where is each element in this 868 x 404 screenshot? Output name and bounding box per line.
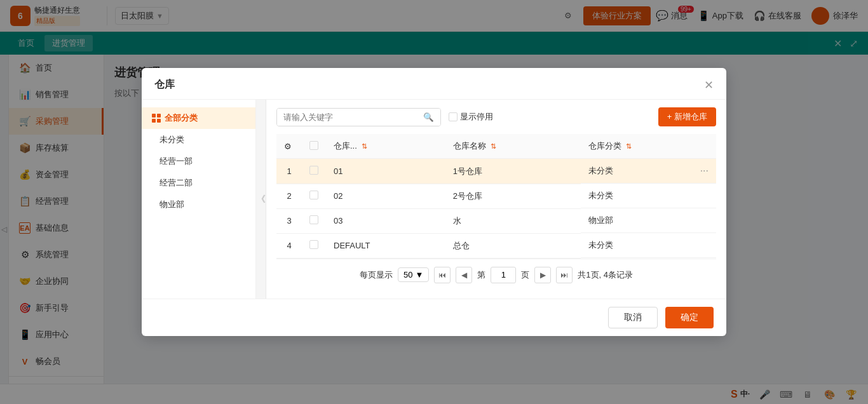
dialog-header: 仓库 ✕ — [142, 68, 726, 100]
search-box: 🔍 — [276, 108, 441, 126]
dialog-title: 仓库 — [154, 78, 175, 91]
page-last-btn[interactable]: ⏭ — [556, 267, 573, 283]
th-gear[interactable]: ⚙ — [276, 134, 302, 159]
warehouse-table-wrapper: ⚙ 仓库... ⇅ 仓库名称 ⇅ — [276, 134, 716, 259]
category-panel: 全部分类 未分类 经营一部 经营二部 物业部 — [142, 100, 256, 299]
per-page-select[interactable]: 50 ▼ — [398, 267, 429, 282]
page-prev-btn[interactable]: ◀ — [456, 267, 472, 283]
category-item-property[interactable]: 物业部 — [142, 194, 255, 215]
category-all[interactable]: 全部分类 — [142, 107, 255, 129]
page-first-btn[interactable]: ⏮ — [434, 267, 451, 283]
warehouse-dialog: 仓库 ✕ 全部分类 未分类 — [142, 68, 726, 336]
th-check[interactable] — [302, 134, 326, 159]
page-next-btn[interactable]: ▶ — [534, 267, 551, 283]
page-word: 第 — [477, 269, 485, 281]
modal-overlay: 仓库 ✕ 全部分类 未分类 — [0, 0, 868, 404]
sort-code-icon: ⇅ — [362, 142, 367, 150]
cell-code: 01 — [326, 159, 445, 184]
cell-name: 1号仓库 — [445, 159, 581, 184]
search-input[interactable] — [277, 109, 417, 126]
row-checkbox[interactable] — [309, 240, 318, 249]
show-disabled-toggle[interactable]: 显示停用 — [449, 111, 493, 123]
warehouse-list-panel: 🔍 显示停用 + 新增仓库 ⚙ — [266, 100, 726, 299]
per-page-label: 每页显示 — [360, 269, 393, 281]
cell-seq: 2 — [276, 184, 302, 208]
page-number-input[interactable] — [491, 267, 516, 283]
row-actions[interactable]: ··· — [700, 165, 709, 177]
cell-code: 02 — [326, 184, 445, 208]
cancel-btn[interactable]: 取消 — [608, 307, 658, 328]
th-category[interactable]: 仓库分类 ⇅ — [581, 134, 716, 159]
category-item-unclassified[interactable]: 未分类 — [142, 129, 255, 151]
page-unit: 页 — [521, 269, 529, 281]
sort-category-icon: ⇅ — [626, 142, 632, 150]
table-row[interactable]: 2 02 2号仓库 未分类 — [276, 184, 716, 208]
pagination: 每页显示 50 ▼ ⏮ ◀ 第 页 ▶ ⏭ 共1页, 4条记录 — [276, 259, 716, 291]
select-all-checkbox[interactable] — [309, 141, 318, 150]
cell-seq: 4 — [276, 233, 302, 258]
search-btn[interactable]: 🔍 — [417, 109, 440, 126]
cell-seq: 3 — [276, 208, 302, 233]
confirm-btn[interactable]: 确定 — [665, 307, 714, 328]
panel-collapse-btn[interactable]: 《 — [256, 100, 266, 299]
cell-category: 未分类 — [581, 233, 716, 258]
cell-seq: 1 — [276, 159, 302, 184]
table-row[interactable]: 1 01 1号仓库 未分类 ··· — [276, 159, 716, 184]
dialog-close-btn[interactable]: ✕ — [704, 79, 714, 91]
page-info: 共1页, 4条记录 — [578, 269, 633, 281]
cell-name: 总仓 — [445, 233, 581, 258]
search-row: 🔍 显示停用 + 新增仓库 — [276, 107, 716, 126]
show-disabled-checkbox[interactable] — [449, 112, 458, 121]
add-warehouse-btn[interactable]: + 新增仓库 — [658, 107, 716, 126]
cell-check[interactable] — [302, 184, 326, 208]
dialog-footer: 取消 确定 — [142, 299, 726, 336]
table-row[interactable]: 3 03 水 物业部 — [276, 208, 716, 233]
cell-category: 未分类 — [581, 184, 716, 208]
row-checkbox[interactable] — [309, 191, 318, 199]
row-checkbox[interactable] — [309, 166, 318, 175]
cell-check[interactable] — [302, 233, 326, 258]
th-name[interactable]: 仓库名称 ⇅ — [445, 134, 581, 159]
category-item-dept1[interactable]: 经营一部 — [142, 151, 255, 172]
category-grid-icon — [152, 114, 161, 123]
cell-code: DEFAULT — [326, 233, 445, 258]
table-header-row: ⚙ 仓库... ⇅ 仓库名称 ⇅ — [276, 134, 716, 159]
warehouse-table: ⚙ 仓库... ⇅ 仓库名称 ⇅ — [276, 134, 716, 259]
category-item-dept2[interactable]: 经营二部 — [142, 172, 255, 194]
cell-check[interactable] — [302, 208, 326, 233]
cell-category: 物业部 — [581, 208, 716, 233]
cell-name: 2号仓库 — [445, 184, 581, 208]
dialog-body: 全部分类 未分类 经营一部 经营二部 物业部 《 🔍 — [142, 100, 726, 299]
row-checkbox[interactable] — [309, 215, 318, 224]
table-row[interactable]: 4 DEFAULT 总仓 未分类 — [276, 233, 716, 258]
cell-name: 水 — [445, 208, 581, 233]
sort-name-icon: ⇅ — [491, 142, 496, 150]
cell-check[interactable] — [302, 159, 326, 184]
cell-code: 03 — [326, 208, 445, 233]
cell-category: 未分类 ··· — [581, 159, 716, 184]
th-code[interactable]: 仓库... ⇅ — [326, 134, 445, 159]
